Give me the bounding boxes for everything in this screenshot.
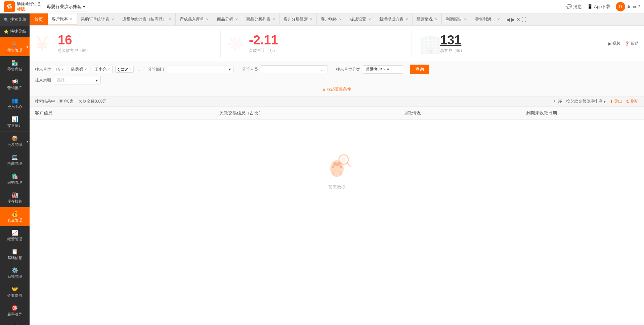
stat-total-customers-label: 总客户（家） — [440, 48, 464, 53]
tab-scroll-buttons[interactable]: ◀ ▶ ✕ ⛶ — [504, 13, 528, 25]
tab-retail-profit[interactable]: 零售利润（ ✕ — [471, 13, 504, 25]
tab-accounts-book[interactable]: 客户账本 ✕ — [48, 13, 77, 25]
close-all-icon[interactable]: ✕ — [516, 17, 520, 22]
sidebar-item-marketing[interactable]: 📢 营销推广 — [0, 75, 30, 94]
sidebar-item-purchase-mgmt[interactable]: 🛍️ 采购管理 — [0, 170, 30, 188]
tab-close-icon[interactable]: ✕ — [435, 17, 437, 21]
tab-close-icon[interactable]: ✕ — [368, 17, 371, 21]
tab-close-icon[interactable]: ✕ — [235, 17, 238, 21]
tab-new-promotion[interactable]: 新增提成方案 ✕ — [375, 13, 413, 25]
user-menu-button[interactable]: D demo2 — [616, 2, 640, 11]
tab-close-icon[interactable]: ✕ — [169, 17, 171, 21]
tab-close-icon[interactable]: ✕ — [464, 17, 467, 21]
refresh-button[interactable]: ↻ 刷新 — [626, 99, 639, 104]
sidebar-item-batch-mgmt[interactable]: 📦 批发管理 ▾ — [0, 132, 30, 151]
tab-profit-report[interactable]: 利润报告 ✕ — [442, 13, 471, 25]
tag-close-icon[interactable]: ✕ — [108, 68, 110, 71]
filter-dept-select[interactable]: ▾ — [167, 66, 234, 73]
stats-bar: ¥ 16 总欠款客户（家） ❋ -2.11 欠款合计（万） 🏢 — [30, 26, 644, 62]
filter-unit-type-select[interactable]: 普通客户 ✕ ▾ — [363, 65, 403, 74]
search-icon: 🔍 — [4, 17, 9, 22]
dots-icon[interactable]: ... — [321, 67, 325, 72]
tab-stock-summary[interactable]: 进货单统计表（按商品） ✕ — [118, 13, 176, 25]
page-content: ¥ 16 总欠款客户（家） ❋ -2.11 欠款合计（万） 🏢 — [30, 26, 644, 325]
sidebar-item-guide[interactable]: 🎯 新手引导 — [0, 301, 30, 320]
sidebar-item-operations[interactable]: 📈 经营管理 — [0, 226, 30, 245]
tag-close-icon[interactable]: ✕ — [61, 68, 64, 71]
retail-stats-icon: 📊 — [11, 116, 18, 122]
filter-label-unit-type: 往来单位分类 — [336, 67, 360, 72]
tab-goods-analysis[interactable]: 商品分析 ✕ — [213, 13, 242, 25]
avatar: D — [616, 2, 625, 11]
tab-close-icon[interactable]: ✕ — [206, 17, 209, 21]
guide-icon: 🎯 — [11, 305, 18, 311]
purchase-icon: 🛍️ — [11, 173, 18, 179]
tab-customer-contact[interactable]: 客户联络 ✕ — [317, 13, 346, 25]
ecommerce-icon: 💻 — [11, 154, 18, 160]
result-info: 搜索结果中，客户0家 欠款金额0.00元 — [35, 99, 106, 104]
tab-close-icon[interactable]: ✕ — [339, 17, 342, 21]
question-icon: ❓ — [625, 41, 630, 46]
sidebar-item-inventory[interactable]: 🏭 库存核算 — [0, 188, 30, 207]
app-download-button[interactable]: 📱 App下载 — [587, 4, 610, 10]
sort-label: 排序：按欠款金额倒序排序 — [554, 99, 602, 104]
tab-close-icon[interactable]: ✕ — [405, 17, 408, 21]
sidebar-item-retail-mgmt[interactable]: 🛒 零售管理 ▾ — [0, 37, 30, 56]
filter-balance-select[interactable]: 选择... ▾ — [54, 76, 101, 84]
sidebar-item-basic-info[interactable]: 📋 基础信息 — [0, 245, 30, 264]
tab-cost-entry[interactable]: 产成品入库单 ✕ — [176, 13, 213, 25]
tab-close-icon[interactable]: ✕ — [70, 17, 73, 21]
sidebar-item-finance[interactable]: 💰 资金管理 — [0, 207, 30, 226]
filter-tag-unit1[interactable]: 伍 ✕ — [54, 66, 66, 73]
tab-business-situation[interactable]: 经营情况 ✕ — [413, 13, 442, 25]
system-icon: ⚙️ — [11, 267, 18, 274]
sidebar-item-enterprise[interactable]: 🤝 企业协同 — [0, 283, 30, 301]
sidebar-item-retail-stats[interactable]: 📊 零售统计 — [0, 113, 30, 132]
member-icon: 👥 — [11, 97, 18, 104]
filter-label-unit: 往来单位 — [35, 67, 51, 72]
tab-close-icon[interactable]: ✕ — [310, 17, 312, 21]
help-button[interactable]: ❓ 帮助 — [625, 41, 639, 46]
collapse-button[interactable]: ∧ 收起更多条件 — [323, 86, 351, 92]
filter-more-btn[interactable]: ... — [136, 67, 140, 72]
sidebar-search[interactable]: 🔍 搜索菜单 — [0, 13, 30, 26]
filter-row-2: 往来余额 选择... ▾ — [35, 76, 639, 84]
inventory-icon: 🏭 — [11, 192, 18, 198]
tab-close-icon[interactable]: ✕ — [111, 17, 114, 21]
tab-home[interactable]: 首页 — [30, 13, 48, 25]
account-selector[interactable]: 母婴行业演示账套 ▾ — [44, 2, 88, 11]
tab-close-icon[interactable]: ✕ — [497, 17, 500, 21]
empty-state: 暂无数据 — [30, 120, 644, 204]
video-button[interactable]: ▶ 视频 — [608, 41, 620, 46]
tag-close-icon[interactable]: ✕ — [383, 68, 386, 71]
tag-close-icon[interactable]: ✕ — [84, 68, 87, 71]
tab-goods-analysis-list[interactable]: 商品分析列表 ✕ — [242, 13, 280, 25]
collapse-area: ∧ 收起更多条件 — [35, 86, 639, 92]
tag-close-icon[interactable]: ✕ — [129, 68, 131, 71]
filter-person-input[interactable]: ... — [261, 65, 328, 73]
filter-tag-unit4[interactable]: cjttcw ✕ — [115, 66, 134, 73]
message-icon: 💬 — [566, 4, 572, 9]
export-button[interactable]: ⬇ 导出 — [610, 99, 622, 104]
quick-nav[interactable]: ⭐ 快捷导航 — [0, 26, 30, 37]
sidebar-item-retail-mall[interactable]: 🏪 零售商城 — [0, 56, 30, 75]
sidebar-item-system-mgmt[interactable]: ⚙️ 系统管理 — [0, 264, 30, 283]
stat-debit-total: ❋ -2.11 欠款合计（万） — [221, 30, 412, 58]
tab-close-icon[interactable]: ✕ — [272, 17, 275, 21]
sidebar-item-ecommerce[interactable]: 💻 电商管理 — [0, 151, 30, 170]
tab-promotion-settings[interactable]: 提成设置 ✕ — [346, 13, 375, 25]
message-button[interactable]: 💬 消息 — [566, 4, 582, 10]
right-arrow-icon[interactable]: ▶ — [511, 17, 515, 22]
sort-select[interactable]: 排序：按欠款金额倒序排序 ▾ — [554, 99, 606, 104]
search-button[interactable]: 查询 — [410, 65, 429, 74]
tab-customer-segment[interactable]: 客户分层经营 ✕ — [280, 13, 317, 25]
sidebar-item-app-center[interactable]: 📱 应用中心 — [0, 320, 30, 325]
chevron-down-icon: ▾ — [229, 67, 231, 72]
filter-tag-unit3[interactable]: 王小亮 ✕ — [92, 66, 113, 73]
maximize-icon[interactable]: ⛶ — [522, 17, 526, 22]
left-arrow-icon[interactable]: ◀ — [506, 17, 510, 22]
filter-tag-unit-type[interactable]: 普通客户 ✕ — [366, 67, 386, 72]
sidebar-item-member-center[interactable]: 👥 会员中心 — [0, 94, 30, 113]
filter-tag-unit2[interactable]: 陈民强 ✕ — [69, 66, 89, 73]
tab-purchase-order[interactable]: 采购订单统计表 ✕ — [77, 13, 118, 25]
